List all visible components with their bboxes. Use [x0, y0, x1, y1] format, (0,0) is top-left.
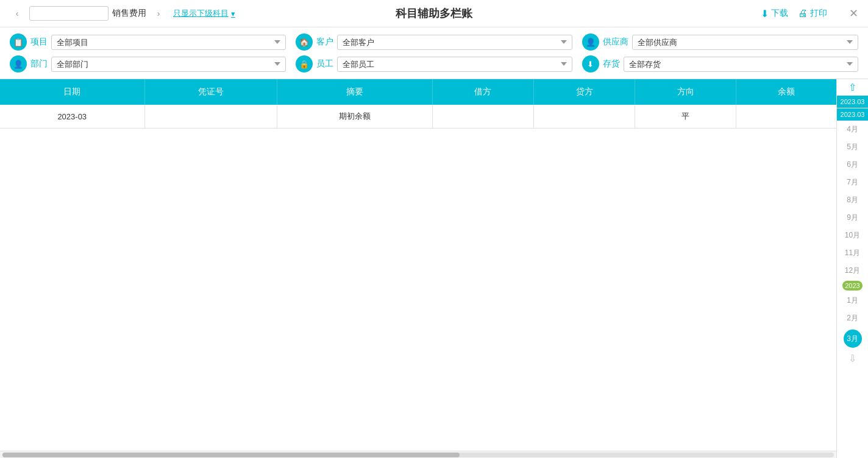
- table-scroll[interactable]: 日期 凭证号 摘要 借方 贷方 方向 余额 2023-03 期初余额: [0, 79, 836, 458]
- inventory-icon: ⬇: [582, 55, 599, 72]
- employee-icon: 🔒: [296, 55, 313, 72]
- account-code-area: 6601 销售费用: [29, 6, 146, 21]
- timeline-month-7[interactable]: 7月: [837, 174, 868, 191]
- timeline-month-5[interactable]: 5月: [837, 138, 868, 156]
- timeline-down-arrow[interactable]: ⇩: [837, 350, 868, 367]
- col-debit: 借方: [432, 79, 533, 105]
- supplier-select[interactable]: 全部供应商: [632, 35, 858, 50]
- timeline-month-12[interactable]: 12月: [837, 262, 868, 280]
- timeline-month-10[interactable]: 10月: [837, 227, 868, 244]
- inventory-select[interactable]: 全部存货: [624, 57, 858, 72]
- timeline-up-arrow[interactable]: ⇧: [837, 79, 868, 96]
- download-label: 下载: [771, 8, 788, 19]
- col-direction: 方向: [635, 79, 736, 105]
- col-date: 日期: [0, 79, 144, 105]
- filter-row-1: 📋 项目 全部项目 🏠 客户 全部客户 👤 供应商 全部供应商: [10, 33, 858, 51]
- customer-label: 客户: [316, 37, 333, 48]
- page-title: 科目辅助多栏账: [396, 6, 472, 21]
- project-select[interactable]: 全部项目: [51, 35, 286, 50]
- prev-btn[interactable]: ‹: [10, 6, 24, 21]
- customer-select[interactable]: 全部客户: [337, 35, 572, 50]
- filter-bar: 📋 项目 全部项目 🏠 客户 全部客户 👤 供应商 全部供应商: [0, 27, 868, 79]
- download-button[interactable]: ⬇ 下载: [761, 8, 788, 19]
- supplier-icon: 👤: [582, 33, 599, 51]
- timeline-month-2[interactable]: 2月: [837, 309, 868, 327]
- table-row: 2023-03 期初余额 平: [0, 105, 836, 129]
- col-summary: 摘要: [277, 79, 433, 105]
- timeline-month-8[interactable]: 8月: [837, 191, 868, 209]
- timeline-month-9[interactable]: 9月: [837, 209, 868, 227]
- timeline-month-4[interactable]: 4月: [837, 121, 868, 138]
- filter-supplier: 👤 供应商 全部供应商: [582, 33, 858, 51]
- filter-inventory: ⬇ 存货 全部存货: [582, 55, 858, 72]
- print-icon: 🖨: [798, 8, 808, 19]
- filter-customer: 🏠 客户 全部客户: [296, 33, 572, 51]
- table-area: 日期 凭证号 摘要 借方 贷方 方向 余额 2023-03 期初余额: [0, 79, 868, 458]
- cell-summary: 期初余额: [277, 105, 433, 129]
- cell-date: 2023-03: [0, 105, 144, 129]
- cell-balance: [736, 105, 836, 129]
- print-label: 打印: [810, 8, 827, 19]
- timeline-panel: ⇧ 2023.03 2023.03 4月 5月 6月 7月 8月 9月 10月 …: [836, 79, 868, 458]
- timeline-month-11[interactable]: 11月: [837, 244, 868, 262]
- show-sub-select-area[interactable]: 只显示下级科目 ▾: [173, 8, 235, 19]
- timeline-month-3-active[interactable]: 3月: [844, 329, 862, 348]
- close-button[interactable]: ✕: [849, 7, 858, 20]
- filter-department: 👤 部门 全部部门: [10, 55, 286, 72]
- main-window: ‹ 6601 销售费用 › 只显示下级科目 ▾ 科目辅助多栏账 ⬇ 下载 🖨 打…: [0, 0, 868, 458]
- col-voucher: 凭证号: [144, 79, 277, 105]
- timeline-header-1[interactable]: 2023.03: [837, 96, 868, 108]
- filter-project: 📋 项目 全部项目: [10, 33, 286, 51]
- filter-row-2: 👤 部门 全部部门 🔒 员工 全部员工 ⬇ 存货 全部存货: [10, 55, 858, 72]
- cell-debit: [432, 105, 533, 129]
- cell-voucher: [144, 105, 277, 129]
- filter-employee: 🔒 员工 全部员工: [296, 55, 572, 72]
- data-table: 日期 凭证号 摘要 借方 贷方 方向 余额 2023-03 期初余额: [0, 79, 836, 129]
- account-name-label: 销售费用: [112, 8, 146, 19]
- customer-icon: 🏠: [296, 33, 313, 51]
- cell-direction: 平: [635, 105, 736, 129]
- project-icon: 📋: [10, 33, 27, 51]
- inventory-label: 存货: [603, 58, 620, 69]
- supplier-label: 供应商: [603, 37, 628, 48]
- chevron-down-icon: ▾: [231, 9, 235, 18]
- account-code-input[interactable]: 6601: [29, 6, 108, 21]
- department-label: 部门: [30, 58, 48, 69]
- table-header-row: 日期 凭证号 摘要 借方 贷方 方向 余额: [0, 79, 836, 105]
- timeline-month-6[interactable]: 6月: [837, 156, 868, 174]
- show-sub-label: 只显示下级科目: [173, 8, 229, 19]
- col-balance: 余额: [736, 79, 836, 105]
- col-credit: 贷方: [534, 79, 635, 105]
- titlebar: ‹ 6601 销售费用 › 只显示下级科目 ▾ 科目辅助多栏账 ⬇ 下载 🖨 打…: [0, 0, 868, 27]
- title-actions: ⬇ 下载 🖨 打印 ✕: [761, 7, 858, 20]
- employee-label: 员工: [316, 58, 333, 69]
- employee-select[interactable]: 全部员工: [337, 57, 572, 72]
- timeline-year-2023[interactable]: 2023: [842, 281, 862, 291]
- download-icon: ⬇: [761, 8, 769, 19]
- department-icon: 👤: [10, 55, 27, 72]
- bottom-scrollbar[interactable]: [0, 451, 836, 458]
- cell-credit: [534, 105, 635, 129]
- scrollbar-thumb: [2, 453, 460, 457]
- timeline-header-2[interactable]: 2023.03: [837, 108, 868, 121]
- timeline-month-1[interactable]: 1月: [837, 292, 868, 309]
- project-label: 项目: [30, 37, 48, 48]
- department-select[interactable]: 全部部门: [51, 57, 286, 72]
- print-button[interactable]: 🖨 打印: [798, 8, 827, 19]
- next-btn[interactable]: ›: [151, 6, 166, 21]
